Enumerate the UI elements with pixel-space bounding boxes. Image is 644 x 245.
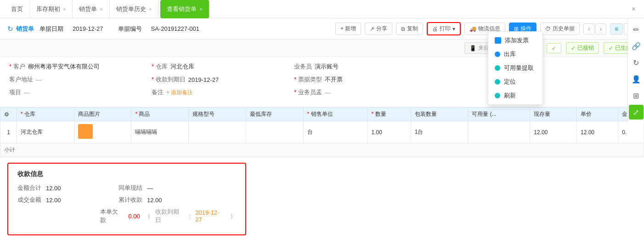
- tab-view-label: 查看销货单: [167, 5, 197, 13]
- share-button[interactable]: ↗ 分享: [365, 23, 392, 35]
- remark-field: 备注 添加备注: [152, 88, 280, 97]
- col-min-stock: 最低库存: [246, 108, 303, 121]
- tab-inventory-init[interactable]: 库存期初 ×: [30, 0, 73, 18]
- tab-inventory-close[interactable]: ×: [63, 6, 66, 12]
- same-order-value: —: [147, 185, 153, 192]
- history-button[interactable]: ⏱ 历史单据: [540, 23, 580, 35]
- form-section: 客户 柳州粤港平安气体有限公司 仓库 河北仓库 业务员 演示账号 客户地址 — …: [0, 57, 644, 107]
- cumulative-item: 累计收款 12.00: [119, 196, 201, 204]
- sidebar-link-icon[interactable]: 🔗: [629, 39, 644, 53]
- project-label: 项目: [9, 88, 21, 97]
- locate-label: 定位: [504, 78, 516, 86]
- tab-sales-order[interactable]: 销货单 ×: [73, 0, 109, 18]
- tab-history-close[interactable]: ×: [149, 6, 152, 12]
- warehouse-value: 河北仓库: [170, 63, 194, 71]
- col-spec: 规格型号: [189, 108, 246, 121]
- due-date-hint: （: [145, 212, 151, 220]
- remark-label: 备注: [152, 88, 164, 97]
- new-label: + 新增: [340, 25, 356, 33]
- available-pickup-item[interactable]: 可用量提取: [488, 61, 542, 75]
- row-unit: 台: [303, 121, 367, 143]
- due-label: 本单欠款: [100, 208, 124, 224]
- share-label: 分享: [376, 25, 387, 33]
- col-unit: * 销售单位: [303, 108, 367, 121]
- same-order-label: 同单现结: [119, 184, 142, 192]
- add-invoice-label: 添加发票: [505, 36, 529, 45]
- row-quantity: 1.00: [367, 121, 411, 143]
- row-spec: [189, 121, 246, 143]
- add-invoice-item[interactable]: 添加发票: [488, 34, 542, 47]
- print-label: 打印: [440, 25, 451, 33]
- date-value: 2019-12-27: [73, 25, 103, 32]
- payment-date-field: 收款到期日 2019-12-27: [152, 75, 280, 84]
- ticket-type-value: 不开票: [325, 75, 343, 84]
- tab-bar: 首页 库存期初 × 销货单 × 销货单历史 × 查看销货单 × ×: [0, 0, 644, 18]
- tab-view-sales[interactable]: 查看销货单 ×: [160, 0, 209, 18]
- sidebar-grid-icon[interactable]: ⊞: [629, 88, 644, 103]
- tab-sales-close[interactable]: ×: [100, 6, 102, 12]
- doc-refresh-icon: ↻: [7, 25, 13, 33]
- confirmed-button[interactable]: ✓ 已核销: [566, 42, 599, 54]
- right-sidebar: ✏ 🔗 ↻ 👤 ⊞ ⤢: [627, 18, 644, 123]
- col-quantity: * 数量: [367, 108, 411, 121]
- refresh-label: 刷新: [504, 91, 516, 100]
- doc-title-area: ↻ 销货单 单据日期 2019-12-27 单据编号 SA-20191227-0…: [7, 25, 335, 33]
- outbound-item[interactable]: 出库: [488, 47, 542, 61]
- doc-icon-label: ↻ 销货单: [7, 25, 34, 33]
- nav-arrows: ‹ ›: [583, 23, 606, 34]
- same-order-item: 同单现结 —: [119, 184, 201, 192]
- col-product-img: 商品图片: [74, 108, 131, 121]
- product-table: ⚙ * 仓库 商品图片 * 商品 规格型号 最低库存 * 销售单位 * 数量 包…: [0, 107, 644, 157]
- number-value: SA-20191227-001: [151, 25, 200, 32]
- payment-date-label: 收款到期日: [152, 75, 186, 84]
- product-image: [78, 124, 93, 139]
- staff-label: 业务员: [294, 63, 312, 71]
- dropdown-menu: 添加发票 出库 可用量提取 定位 刷新: [488, 31, 543, 105]
- outbound-label: 出库: [504, 50, 516, 58]
- check-icon-btn[interactable]: ✓: [547, 43, 561, 53]
- new-button[interactable]: + 新增: [335, 23, 361, 35]
- copy-button[interactable]: ⧉ 复制: [396, 23, 423, 35]
- sidebar-user-icon[interactable]: 👤: [629, 72, 644, 86]
- sidebar-expand-icon[interactable]: ⤢: [629, 105, 644, 120]
- row-min-stock: [246, 121, 303, 143]
- locate-icon: [495, 79, 500, 85]
- payment-row-1: 金额合计 12.00 同单现结 —: [17, 184, 236, 192]
- toolbar: + 新增 ↗ 分享 ⧉ 复制 🖨 打印 ▾ 🚚 物流信息: [335, 22, 637, 35]
- tab-history-label: 销货单历史: [116, 5, 146, 13]
- history-label: 历史单据: [553, 25, 575, 33]
- add-remark-button[interactable]: 添加备注: [166, 89, 193, 97]
- row-img: [74, 121, 131, 143]
- document-header: ↻ 销货单 单据日期 2019-12-27 单据编号 SA-20191227-0…: [0, 18, 644, 40]
- total-amount-label: 金额合计: [17, 184, 41, 192]
- locate-item[interactable]: 定位: [488, 75, 542, 89]
- share-icon: ↗: [370, 26, 374, 32]
- tab-view-close[interactable]: ×: [199, 6, 202, 12]
- tab-sales-history[interactable]: 销货单历史 ×: [110, 0, 158, 18]
- col-stock: 现存量: [530, 108, 577, 121]
- customer-field: 客户 柳州粤港平安气体有限公司: [9, 63, 138, 71]
- list-view-button[interactable]: ≡: [610, 23, 623, 34]
- ticket-type-label: 票据类型: [294, 75, 322, 84]
- sidebar-refresh-icon[interactable]: ↻: [629, 55, 644, 70]
- project-field: 项目 —: [9, 88, 138, 97]
- deal-amount-value: 12.00: [46, 197, 61, 204]
- warehouse-field: 仓库 河北仓库: [152, 63, 280, 71]
- row-available: [468, 121, 530, 143]
- row-package-qty: 1台: [411, 121, 468, 143]
- staff-field: 业务员 演示账号: [294, 63, 423, 71]
- payment-section: 收款信息 金额合计 12.00 同单现结 — 成交金额 12.00 累计收款 1…: [7, 163, 246, 235]
- print-button[interactable]: 🖨 打印 ▾: [428, 23, 460, 34]
- sidebar-edit-icon[interactable]: ✏: [629, 22, 644, 37]
- effective-icon: ✓: [609, 45, 613, 51]
- tabbar-close-button[interactable]: ×: [628, 5, 639, 13]
- print-dropdown-icon: ▾: [452, 26, 455, 32]
- tab-home[interactable]: 首页: [5, 0, 30, 18]
- deal-amount-item: 成交金额 12.00: [17, 196, 100, 204]
- next-button[interactable]: ›: [595, 23, 606, 34]
- invoice-icon: [495, 37, 501, 44]
- col-package-qty: 包装数量: [411, 108, 468, 121]
- refresh-item[interactable]: 刷新: [488, 89, 542, 103]
- prev-button[interactable]: ‹: [583, 23, 594, 34]
- warehouse-label: 仓库: [152, 63, 168, 71]
